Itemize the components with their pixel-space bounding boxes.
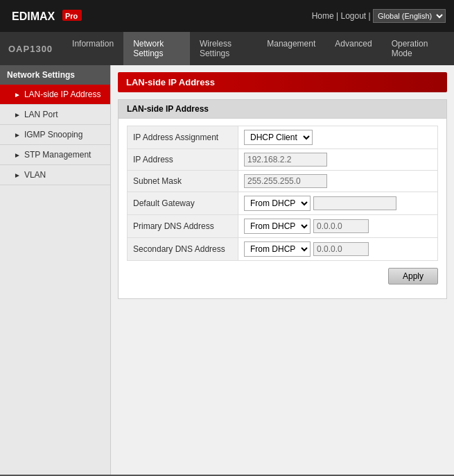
nav-item-network-settings[interactable]: Network Settings (123, 32, 190, 65)
nav-item-operation-mode[interactable]: Operation Mode (382, 32, 446, 65)
sidebar-item-vlan[interactable]: ► VLAN (0, 165, 110, 185)
field-label-ip-address: IP Address (128, 149, 238, 171)
default-gateway-select[interactable]: From DHCP Manual (244, 196, 311, 211)
arrow-icon: ► (14, 111, 21, 119)
logo: EDIMAX Pro (8, 6, 85, 26)
arrow-icon: ► (14, 91, 21, 99)
content-box-title: LAN-side IP Address (119, 100, 446, 119)
ip-assignment-select[interactable]: DHCP Client Static IP (244, 130, 313, 145)
sidebar: Network Settings ► LAN-side IP Address ►… (0, 65, 111, 475)
field-value-ip-assignment: DHCP Client Static IP (238, 126, 438, 149)
table-row: Default Gateway From DHCP Manual (128, 192, 438, 215)
field-value-subnet-mask (238, 171, 438, 192)
top-nav: OAP1300 Information Network Settings Wir… (0, 32, 454, 65)
nav-item-information[interactable]: Information (62, 32, 123, 65)
field-label-ip-assignment: IP Address Assignment (128, 126, 238, 149)
main-layout: Network Settings ► LAN-side IP Address ►… (0, 65, 454, 475)
content-box: LAN-side IP Address IP Address Assignmen… (118, 99, 447, 299)
field-label-primary-dns: Primary DNS Address (128, 215, 238, 238)
sidebar-item-lan-side-ip[interactable]: ► LAN-side IP Address (0, 85, 110, 105)
sidebar-item-label: VLAN (24, 170, 46, 180)
field-value-ip-address (238, 149, 438, 171)
nav-item-wireless-settings[interactable]: Wireless Settings (190, 32, 257, 65)
table-row: Primary DNS Address From DHCP Manual (128, 215, 438, 238)
arrow-icon: ► (14, 151, 21, 159)
table-row: Subnet Mask (128, 171, 438, 192)
field-value-primary-dns: From DHCP Manual (238, 215, 438, 238)
secondary-dns-combined: From DHCP Manual (244, 241, 432, 257)
svg-text:EDIMAX: EDIMAX (12, 10, 55, 22)
nav-item-advanced[interactable]: Advanced (325, 32, 381, 65)
nav-items: Information Network Settings Wireless Se… (62, 32, 446, 65)
field-label-subnet-mask: Subnet Mask (128, 171, 238, 192)
apply-button[interactable]: Apply (388, 268, 438, 284)
nav-item-management[interactable]: Management (257, 32, 325, 65)
primary-dns-combined: From DHCP Manual (244, 219, 432, 234)
secondary-dns-select[interactable]: From DHCP Manual (244, 241, 311, 257)
sidebar-item-label: STP Management (24, 150, 91, 160)
apply-row: Apply (127, 261, 438, 291)
arrow-icon: ► (14, 171, 21, 179)
sidebar-item-label: LAN-side IP Address (24, 90, 101, 99)
sidebar-item-label: IGMP Snooping (24, 130, 83, 139)
sidebar-item-lan-port[interactable]: ► LAN Port (0, 105, 110, 125)
default-gateway-input[interactable] (313, 196, 396, 210)
edimax-logo-svg: EDIMAX Pro (8, 6, 85, 26)
field-value-secondary-dns: From DHCP Manual (238, 238, 438, 261)
primary-dns-input[interactable] (313, 219, 369, 233)
sidebar-item-label: LAN Port (24, 110, 58, 119)
table-row: IP Address (128, 149, 438, 171)
logout-link[interactable]: Logout (341, 11, 367, 21)
field-label-secondary-dns: Secondary DNS Address (128, 238, 238, 261)
default-gateway-combined: From DHCP Manual (244, 196, 432, 211)
header: EDIMAX Pro Home | Logout | Global (Engli… (0, 0, 454, 32)
svg-text:Pro: Pro (65, 12, 78, 20)
form-table: IP Address Assignment DHCP Client Static… (127, 126, 438, 261)
field-value-default-gateway: From DHCP Manual (238, 192, 438, 215)
content-area: LAN-side IP Address LAN-side IP Address … (111, 65, 454, 475)
language-select[interactable]: Global (English) Chinese French German (373, 9, 446, 23)
secondary-dns-input[interactable] (313, 242, 369, 256)
page-title: LAN-side IP Address (118, 72, 447, 92)
content-box-body: IP Address Assignment DHCP Client Static… (119, 119, 446, 298)
field-label-default-gateway: Default Gateway (128, 192, 238, 215)
sidebar-item-igmp-snooping[interactable]: ► IGMP Snooping (0, 125, 110, 145)
product-name: OAP1300 (8, 37, 62, 61)
primary-dns-select[interactable]: From DHCP Manual (244, 219, 311, 234)
table-row: IP Address Assignment DHCP Client Static… (128, 126, 438, 149)
home-link[interactable]: Home (312, 11, 334, 21)
sidebar-title: Network Settings (0, 65, 110, 85)
table-row: Secondary DNS Address From DHCP Manual (128, 238, 438, 261)
arrow-icon: ► (14, 131, 21, 139)
sidebar-item-stp-management[interactable]: ► STP Management (0, 145, 110, 165)
subnet-mask-input[interactable] (244, 174, 327, 188)
header-links: Home | Logout | Global (English) Chinese… (312, 9, 446, 23)
ip-address-input[interactable] (244, 153, 327, 167)
